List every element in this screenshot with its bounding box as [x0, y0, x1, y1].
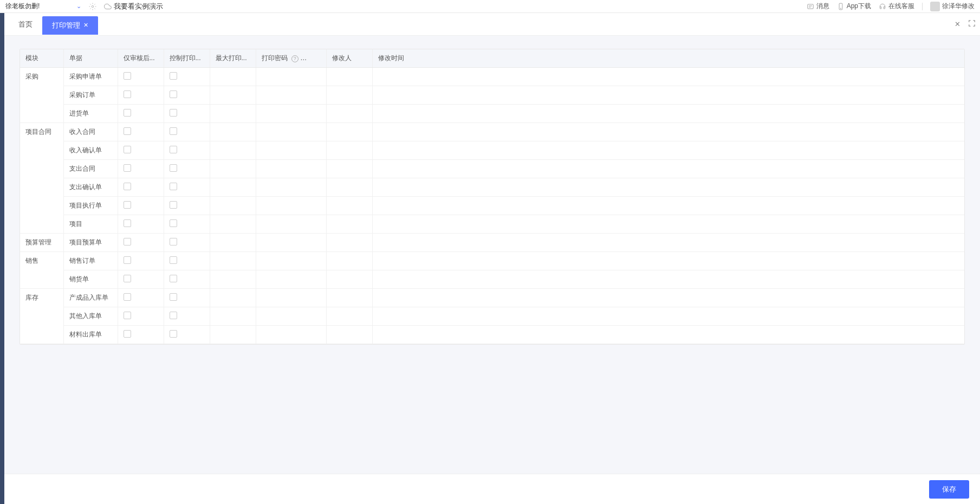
cell-max-print[interactable] [210, 68, 256, 86]
cell-max-print[interactable] [210, 160, 256, 178]
cell-audit-only [118, 270, 164, 289]
audit-only-checkbox[interactable] [124, 256, 131, 264]
cell-print-password[interactable] [256, 141, 326, 160]
cell-print-password[interactable] [256, 270, 326, 289]
online-service-link[interactable]: 在线客服 [879, 2, 914, 11]
control-print-checkbox[interactable] [170, 183, 177, 190]
audit-only-checkbox[interactable] [124, 275, 131, 282]
cell-audit-only [118, 86, 164, 105]
cell-print-password[interactable] [256, 234, 326, 252]
table-row: 项目执行单 [20, 197, 964, 215]
audit-only-checkbox[interactable] [124, 293, 131, 301]
cell-audit-only [118, 252, 164, 270]
close-all-icon[interactable]: ✕ [955, 20, 960, 28]
cell-print-password[interactable] [256, 197, 326, 215]
app-download-link[interactable]: App下载 [837, 2, 871, 11]
cell-print-password[interactable] [256, 68, 326, 86]
cell-document: 产成品入库单 [63, 289, 118, 307]
control-print-checkbox[interactable] [170, 330, 177, 338]
control-print-checkbox[interactable] [170, 201, 177, 209]
cell-max-print[interactable] [210, 270, 256, 289]
cell-max-print[interactable] [210, 289, 256, 307]
tab-print-manage-label: 打印管理 [52, 21, 80, 30]
control-print-checkbox[interactable] [170, 91, 177, 98]
cell-modifier [326, 178, 372, 197]
cell-max-print[interactable] [210, 307, 256, 326]
audit-only-checkbox[interactable] [124, 127, 131, 135]
audit-only-checkbox[interactable] [124, 201, 131, 209]
phone-icon [837, 3, 845, 10]
fullscreen-icon[interactable] [968, 20, 976, 29]
cell-print-password[interactable] [256, 105, 326, 123]
audit-only-checkbox[interactable] [124, 312, 131, 319]
table-row: 预算管理项目预算单 [20, 234, 964, 252]
control-print-checkbox[interactable] [170, 275, 177, 282]
th-print-password-label: 打印密码 [262, 54, 288, 62]
control-print-checkbox[interactable] [170, 256, 177, 264]
org-dropdown[interactable]: 徐老板勿删! ⌄ [5, 2, 81, 11]
demo-link[interactable]: 我要看实例演示 [104, 2, 163, 11]
cell-print-password[interactable] [256, 123, 326, 141]
cell-print-password[interactable] [256, 215, 326, 234]
control-print-checkbox[interactable] [170, 219, 177, 227]
cell-modifier [326, 86, 372, 105]
control-print-checkbox[interactable] [170, 238, 177, 245]
content: 模块 单据 仅审核后... 控制打印... 最大打印... 打印密码 ? [4, 36, 980, 474]
cell-max-print[interactable] [210, 326, 256, 344]
cell-max-print[interactable] [210, 86, 256, 105]
cell-max-print[interactable] [210, 234, 256, 252]
audit-only-checkbox[interactable] [124, 183, 131, 190]
close-icon[interactable]: ✕ [83, 22, 88, 29]
avatar [930, 2, 940, 11]
sidebar[interactable] [0, 13, 4, 504]
table-row: 其他入库单 [20, 307, 964, 326]
audit-only-checkbox[interactable] [124, 146, 131, 153]
audit-only-checkbox[interactable] [124, 330, 131, 338]
svg-point-0 [92, 5, 94, 8]
cell-print-password[interactable] [256, 326, 326, 344]
table-scroll[interactable]: 模块 单据 仅审核后... 控制打印... 最大打印... 打印密码 ? [20, 49, 964, 344]
control-print-checkbox[interactable] [170, 293, 177, 301]
cell-audit-only [118, 307, 164, 326]
table-row: 材料出库单 [20, 326, 964, 344]
cell-modifier [326, 141, 372, 160]
cell-max-print[interactable] [210, 105, 256, 123]
cell-control-print [164, 68, 210, 86]
control-print-checkbox[interactable] [170, 164, 177, 172]
cell-max-print[interactable] [210, 215, 256, 234]
cell-max-print[interactable] [210, 123, 256, 141]
audit-only-checkbox[interactable] [124, 91, 131, 98]
control-print-checkbox[interactable] [170, 127, 177, 135]
audit-only-checkbox[interactable] [124, 238, 131, 245]
tab-print-manage[interactable]: 打印管理 ✕ [42, 16, 98, 35]
save-button[interactable]: 保存 [929, 480, 969, 499]
cell-print-password[interactable] [256, 160, 326, 178]
table-row: 项目合同收入合同 [20, 123, 964, 141]
control-print-checkbox[interactable] [170, 146, 177, 153]
audit-only-checkbox[interactable] [124, 164, 131, 172]
user-menu[interactable]: 徐泽华修改 [930, 2, 975, 11]
audit-only-checkbox[interactable] [124, 72, 131, 80]
cell-print-password[interactable] [256, 307, 326, 326]
cell-modifier [326, 252, 372, 270]
control-print-checkbox[interactable] [170, 72, 177, 80]
audit-only-checkbox[interactable] [124, 219, 131, 227]
control-print-checkbox[interactable] [170, 109, 177, 117]
cell-print-password[interactable] [256, 86, 326, 105]
help-icon[interactable]: ? [291, 55, 298, 62]
edit-icon[interactable] [316, 54, 323, 60]
cell-print-password[interactable] [256, 178, 326, 197]
cell-max-print[interactable] [210, 178, 256, 197]
control-print-checkbox[interactable] [170, 312, 177, 319]
cell-print-password[interactable] [256, 289, 326, 307]
audit-only-checkbox[interactable] [124, 109, 131, 117]
cell-max-print[interactable] [210, 141, 256, 160]
cell-modify-time [372, 326, 964, 344]
message-link[interactable]: 消息 [807, 2, 829, 11]
gear-icon[interactable] [89, 3, 96, 10]
tab-home[interactable]: 首页 [9, 13, 42, 36]
cell-max-print[interactable] [210, 252, 256, 270]
chevron-down-icon: ⌄ [76, 3, 81, 10]
cell-print-password[interactable] [256, 252, 326, 270]
cell-max-print[interactable] [210, 197, 256, 215]
